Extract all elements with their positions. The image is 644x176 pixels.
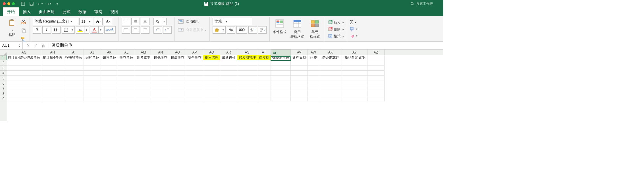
row-header-1[interactable]: 1: [0, 55, 7, 60]
cell-AG7[interactable]: [7, 86, 41, 91]
cell-AI8[interactable]: [64, 91, 84, 96]
row-header-9[interactable]: 9: [0, 96, 7, 101]
align-bottom-button[interactable]: [141, 18, 149, 25]
cell-AH2[interactable]: [41, 60, 64, 66]
cell-AK9[interactable]: [101, 96, 118, 101]
cell-AR5[interactable]: [220, 76, 237, 81]
cell-AK3[interactable]: [101, 66, 118, 71]
cell-AI1[interactable]: 报表辅单位: [64, 55, 84, 60]
cell-AW5[interactable]: [308, 76, 319, 81]
cell-AX4[interactable]: [319, 71, 342, 76]
cell-AY8[interactable]: [342, 91, 367, 96]
spreadsheet[interactable]: AGAHAIAJAKALAMANAOAPAQARASATAUAVAWAXAYAZ…: [0, 50, 443, 121]
cell-AH4[interactable]: [41, 71, 64, 76]
cells-area[interactable]: 辅计量4是否包装单位辅计量4条码报表辅单位采购单位销售单位库存单位参考成本最低库…: [7, 55, 443, 121]
cell-AO1[interactable]: 最高库存: [169, 55, 186, 60]
merge-center-button[interactable]: 合并后居中: [186, 28, 203, 32]
cell-AM2[interactable]: [135, 60, 152, 66]
cell-AQ7[interactable]: [203, 86, 220, 91]
grow-font-button[interactable]: A▴: [94, 18, 103, 25]
chevron-down-icon[interactable]: [204, 28, 207, 32]
row-header-4[interactable]: 4: [0, 71, 7, 76]
cell-AJ4[interactable]: [84, 71, 101, 76]
tab-数据[interactable]: 数据: [74, 7, 90, 16]
cell-AP4[interactable]: [186, 71, 203, 76]
cell-AV9[interactable]: [291, 96, 308, 101]
cell-AO7[interactable]: [169, 86, 186, 91]
tab-插入[interactable]: 插入: [19, 7, 35, 16]
cell-AS4[interactable]: [237, 71, 257, 76]
col-header-AH[interactable]: AH: [41, 50, 64, 55]
paste-button[interactable]: 粘贴: [5, 17, 19, 39]
decrease-indent-button[interactable]: [153, 26, 162, 34]
cell-AZ2[interactable]: [367, 60, 385, 66]
cell-AO6[interactable]: [169, 81, 186, 86]
cell-AT3[interactable]: [257, 66, 271, 71]
cell-AH3[interactable]: [41, 66, 64, 71]
cell-AZ8[interactable]: [367, 91, 385, 96]
col-header-AG[interactable]: AG: [7, 50, 41, 55]
tab-页面布局[interactable]: 页面布局: [35, 7, 59, 16]
cell-AS5[interactable]: [237, 76, 257, 81]
cell-AS8[interactable]: [237, 91, 257, 96]
cell-AM7[interactable]: [135, 86, 152, 91]
cell-AV6[interactable]: [291, 81, 308, 86]
cell-AM4[interactable]: [135, 71, 152, 76]
align-middle-button[interactable]: [131, 18, 140, 25]
cell-AN2[interactable]: [152, 60, 169, 66]
format-painter-button[interactable]: [20, 36, 27, 42]
cell-AQ3[interactable]: [203, 66, 220, 71]
cell-AO3[interactable]: [169, 66, 186, 71]
delete-button[interactable]: ×删除: [328, 26, 344, 32]
col-header-AL[interactable]: AL: [118, 50, 135, 55]
name-box[interactable]: ▲▼: [0, 42, 23, 49]
cell-AJ9[interactable]: [84, 96, 101, 101]
cell-AK6[interactable]: [101, 81, 118, 86]
cell-AZ4[interactable]: [367, 71, 385, 76]
cell-AU7[interactable]: [271, 86, 291, 91]
formula-input[interactable]: 保质期单位: [49, 43, 443, 48]
cell-AG3[interactable]: [7, 66, 41, 71]
shrink-font-button[interactable]: A▾: [104, 18, 112, 25]
cut-button[interactable]: [20, 19, 27, 25]
align-center-button[interactable]: [131, 26, 140, 34]
cell-AP1[interactable]: 安全库存: [186, 55, 203, 60]
cell-AL4[interactable]: [118, 71, 135, 76]
cell-AR1[interactable]: 最新进价: [220, 55, 237, 60]
cell-AP6[interactable]: [186, 81, 203, 86]
cell-AS2[interactable]: [237, 60, 257, 66]
cell-AU9[interactable]: [271, 96, 291, 101]
cell-AV1[interactable]: 建档日期: [291, 55, 308, 60]
cell-AS6[interactable]: [237, 81, 257, 86]
cell-AV8[interactable]: [291, 91, 308, 96]
cell-AX6[interactable]: [319, 81, 342, 86]
cell-AX8[interactable]: [319, 91, 342, 96]
cell-AX9[interactable]: [319, 96, 342, 101]
fx-icon[interactable]: fx: [42, 43, 45, 48]
cell-AU6[interactable]: [271, 81, 291, 86]
cell-AT9[interactable]: [257, 96, 271, 101]
cell-AN6[interactable]: [152, 81, 169, 86]
cell-AV3[interactable]: [291, 66, 308, 71]
italic-button[interactable]: I: [42, 26, 51, 34]
cell-AT5[interactable]: [257, 76, 271, 81]
cell-AV7[interactable]: [291, 86, 308, 91]
cell-AM8[interactable]: [135, 91, 152, 96]
cell-AH7[interactable]: [41, 86, 64, 91]
minimize-icon[interactable]: [7, 2, 10, 5]
cell-AU8[interactable]: [271, 91, 291, 96]
cell-AX1[interactable]: 是否走冻链: [319, 55, 342, 60]
cell-AL1[interactable]: 库存单位: [118, 55, 135, 60]
bold-button[interactable]: B: [33, 26, 41, 34]
cell-AI3[interactable]: [64, 66, 84, 71]
cell-AW1[interactable]: 运费: [308, 55, 319, 60]
cell-AT7[interactable]: [257, 86, 271, 91]
cell-AZ9[interactable]: [367, 96, 385, 101]
cell-AV4[interactable]: [291, 71, 308, 76]
cell-AN7[interactable]: [152, 86, 169, 91]
row-header-2[interactable]: 2: [0, 60, 7, 66]
cell-AZ1[interactable]: [367, 55, 385, 60]
row-header-5[interactable]: 5: [0, 76, 7, 81]
cell-AH9[interactable]: [41, 96, 64, 101]
cell-AH6[interactable]: [41, 81, 64, 86]
